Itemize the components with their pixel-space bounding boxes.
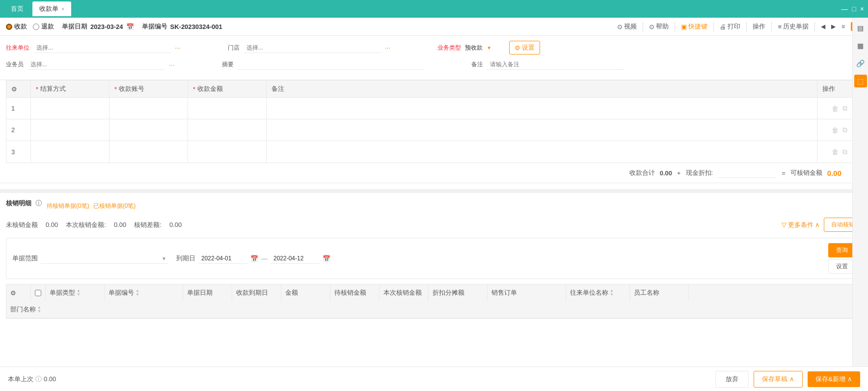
main-content: 收款 退款 单据日期 2023-03-24 📅 单据编号 SK-20230324…	[0, 18, 868, 391]
td-account-1[interactable]	[109, 98, 188, 119]
main-table: ⚙ * 结算方式 * 收款账号 * 收款金额 备注 操作 1	[6, 80, 862, 163]
bottom-info-icon[interactable]: ⓘ	[35, 375, 42, 384]
store-more-btn[interactable]: ···	[385, 44, 391, 52]
save-new-chevron: ∧	[847, 375, 852, 383]
video-label: 视频	[624, 22, 637, 31]
divider-4	[746, 22, 747, 31]
td-amount-2[interactable]	[188, 119, 267, 140]
counterpart-more-btn[interactable]: ···	[175, 44, 181, 52]
sidebar-link-icon[interactable]: 🔗	[854, 57, 867, 70]
minimize-icon[interactable]: —	[841, 5, 848, 13]
recon-info-icon[interactable]: ⓘ	[35, 199, 42, 208]
history-btn[interactable]: ≡ 历史单据	[778, 22, 809, 31]
nav-next-btn[interactable]: ▶	[831, 23, 836, 30]
bth-checkbox[interactable]	[31, 284, 46, 301]
filter-date: 到期日 📅 — 📅	[176, 253, 330, 264]
recon-meta: 未核销金额 0.00 本次核销金额: 0.00 核销差额: 0.00 ▽ 更多条…	[6, 218, 862, 232]
td-remark-3[interactable]	[267, 141, 817, 163]
td-amount-3[interactable]	[188, 141, 267, 163]
td-account-2[interactable]	[109, 119, 188, 140]
store-input[interactable]	[244, 43, 381, 53]
td-amount-1[interactable]	[188, 98, 267, 119]
bth-gear-icon[interactable]: ⚙	[10, 289, 16, 297]
delete-icon-2[interactable]: 🗑	[832, 126, 839, 134]
refund-radio-input[interactable]	[33, 24, 39, 30]
filter-settings-btn[interactable]: 设置	[828, 259, 856, 274]
total-value: 0.00	[660, 169, 672, 177]
table-row: 2 🗑 ⧉	[6, 119, 862, 141]
divider-1	[643, 22, 643, 31]
select-all-checkbox[interactable]	[35, 290, 41, 296]
help-icon: ⊙	[649, 23, 654, 30]
remark-input[interactable]	[487, 59, 624, 70]
counterpart-input[interactable]	[33, 43, 171, 53]
list-view-btn[interactable]: ≡	[841, 23, 845, 30]
print-btn[interactable]: 🖨 打印	[720, 22, 740, 31]
bth-bill-num: 单据编号 ▲ ▼	[105, 284, 183, 301]
num-value: SK-20230324-001	[170, 23, 222, 30]
sidebar-table-icon[interactable]: ▤	[854, 22, 867, 34]
refund-radio[interactable]: 退款	[33, 22, 54, 31]
discount-label: 现金折扣:	[686, 168, 713, 177]
td-remark-1[interactable]	[267, 98, 817, 119]
tab-home[interactable]: 首页	[4, 1, 30, 16]
staff-input[interactable]	[27, 59, 165, 70]
bth-sales-order: 销售订单	[488, 284, 566, 301]
business-type-chevron[interactable]: ▼	[487, 45, 491, 51]
pending-tab[interactable]: 待核销单据(0笔)	[47, 202, 89, 210]
diff-label: 核销差额:	[134, 221, 162, 229]
bth-current: 本次核销金额	[380, 284, 429, 301]
td-account-3[interactable]	[109, 141, 188, 163]
nav-prev-btn[interactable]: ◀	[821, 23, 825, 30]
calendar-from-icon[interactable]: 📅	[250, 255, 258, 262]
delete-icon-3[interactable]: 🗑	[832, 148, 839, 156]
filter-row: 单据范围 ▼ 到期日 📅 — 📅 查询 设置	[6, 238, 862, 279]
filter-range-select[interactable]	[41, 253, 168, 264]
verify-label: 可核销金额	[790, 168, 822, 177]
staff-more-btn[interactable]: ···	[169, 61, 175, 69]
shortcut-btn[interactable]: ▣ 快捷键	[681, 22, 707, 31]
sidebar-frame-icon[interactable]: ⬚	[854, 75, 867, 87]
bth-setting[interactable]: ⚙	[6, 284, 31, 301]
calendar-icon[interactable]: 📅	[126, 23, 134, 30]
query-btn[interactable]: 查询	[828, 243, 856, 257]
receipt-radio-input[interactable]	[6, 24, 12, 30]
tab-close-icon[interactable]: ×	[61, 6, 64, 12]
completed-tab[interactable]: 已核销单据(0笔)	[93, 202, 136, 210]
date-to-input[interactable]	[271, 253, 320, 264]
tab-bar-right: — □ ×	[841, 5, 864, 13]
th-setting[interactable]: ⚙	[6, 81, 31, 97]
td-settlement-3[interactable]	[31, 141, 109, 163]
discount-input[interactable]	[718, 168, 777, 178]
unchecked-label: 未核销金额	[6, 221, 38, 229]
summary-label: 摘要	[222, 60, 234, 69]
tab-receipt[interactable]: 收款单 ×	[32, 1, 71, 16]
settings-button[interactable]: ⚙ 设置	[509, 41, 540, 55]
more-conditions-btn[interactable]: ▽ 更多条件 ∧	[782, 221, 820, 229]
abandon-btn[interactable]: 放弃	[715, 371, 749, 388]
print-label: 打印	[728, 22, 740, 31]
help-btn[interactable]: ⊙ 帮助	[649, 22, 669, 31]
save-new-btn[interactable]: 保存&新增 ∧	[808, 371, 860, 387]
copy-icon-3[interactable]: ⧉	[842, 148, 847, 156]
td-settlement-1[interactable]	[31, 98, 109, 119]
maximize-icon[interactable]: □	[852, 5, 856, 13]
total-label: 收款合计	[629, 168, 655, 177]
video-btn[interactable]: ⊙ 视频	[617, 22, 637, 31]
date-from-input[interactable]	[198, 253, 247, 264]
window-close-icon[interactable]: ×	[860, 5, 864, 13]
copy-icon-2[interactable]: ⧉	[842, 126, 847, 134]
gear-icon[interactable]: ⚙	[11, 85, 17, 93]
delete-icon-1[interactable]: 🗑	[832, 105, 839, 112]
td-settlement-2[interactable]	[31, 119, 109, 140]
operate-btn[interactable]: 操作	[753, 22, 765, 31]
calendar-to-icon[interactable]: 📅	[323, 255, 330, 262]
tab-bar: 首页 收款单 × — □ ×	[0, 0, 868, 18]
copy-icon-1[interactable]: ⧉	[842, 104, 847, 112]
td-remark-2[interactable]	[267, 119, 817, 140]
summary-input[interactable]	[238, 59, 424, 70]
save-draft-btn[interactable]: 保存草稿 ∧	[754, 371, 803, 388]
receipt-radio[interactable]: 收款	[6, 22, 27, 31]
receipt-radio-label: 收款	[14, 22, 27, 31]
sidebar-list-icon[interactable]: ▦	[854, 39, 867, 52]
